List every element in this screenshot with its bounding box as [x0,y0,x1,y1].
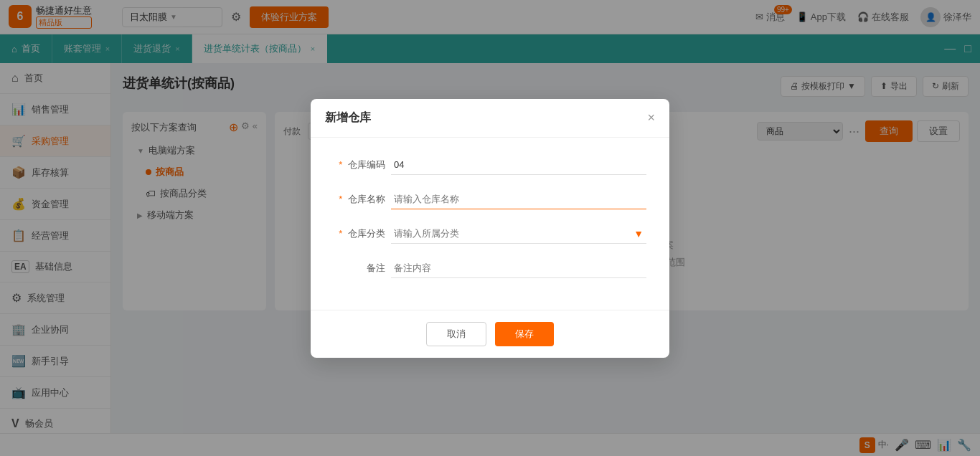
form-row-note: 备注 [334,258,646,278]
note-input[interactable] [391,258,646,278]
category-input[interactable] [391,224,646,244]
name-label: * 仓库名称 [334,193,391,206]
name-input[interactable] [391,189,646,209]
cancel-button[interactable]: 取消 [426,322,486,346]
modal-title: 新增仓库 [325,110,371,125]
modal-dialog: 新增仓库 × * 仓库编码 * 仓库名称 [311,99,669,358]
category-select-wrap: ▼ [391,224,646,244]
code-label: * 仓库编码 [334,158,391,171]
form-row-name: * 仓库名称 [334,189,646,209]
code-required-mark: * [339,159,342,170]
note-label: 备注 [334,262,391,275]
modal-body: * 仓库编码 * 仓库名称 * 仓库分类 [311,138,669,310]
category-label: * 仓库分类 [334,227,391,240]
form-row-code: * 仓库编码 [334,155,646,175]
modal-header: 新增仓库 × [311,99,669,138]
modal-overlay: 新增仓库 × * 仓库编码 * 仓库名称 [0,0,980,456]
save-button[interactable]: 保存 [495,322,554,346]
modal-close-button[interactable]: × [647,110,655,125]
form-row-category: * 仓库分类 ▼ [334,224,646,244]
name-required-mark: * [339,194,342,204]
modal-footer: 取消 保存 [311,310,669,358]
code-input[interactable] [391,155,646,175]
category-required-mark: * [339,228,342,239]
